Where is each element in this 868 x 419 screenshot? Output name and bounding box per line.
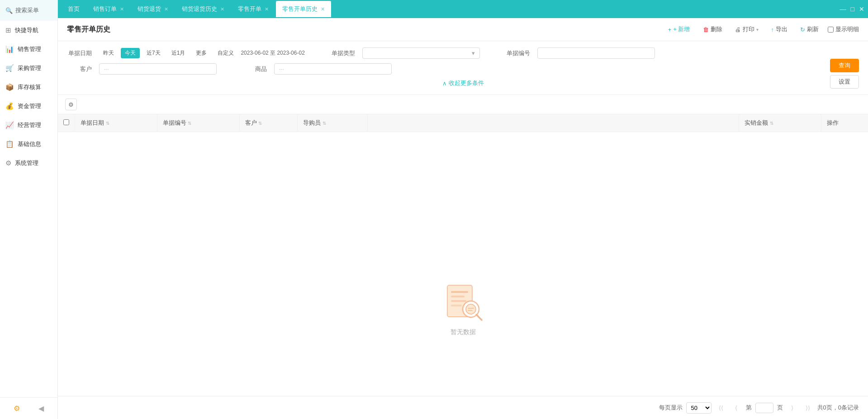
date-btn-more[interactable]: 更多 [192,48,211,58]
collapse-up-icon: ∧ [442,80,447,87]
pagination: 每页显示 50 10 20 100 ⟨⟨ ⟨ 第 1 页 ⟩ ⟩⟩ 共0页，0条… [58,396,868,419]
collapse-sidebar-icon[interactable]: ◀ [38,404,44,413]
content-header: 零售开单历史 + + 新增 🗑 删除 🖨 打印 ▾ ↑ 导出 ↻ 刷新 [58,18,868,41]
close-retail-open-history-icon[interactable]: ✕ [321,6,325,12]
table-header-row: 单据日期 ⇅ 单据编号 ⇅ 客户 ⇅ 导购员 ⇅ [58,114,868,132]
refresh-icon: ↻ [800,26,805,33]
show-detail-label: 显示明细 [835,25,859,33]
doc-type-select[interactable]: ▾ [362,47,480,59]
tab-home-label: 首页 [68,5,80,13]
svg-line-7 [476,315,482,320]
doc-type-dropdown-icon: ▾ [472,50,475,56]
close-button[interactable]: ✕ [859,5,864,13]
collapse-button[interactable]: ∧ 收起更多条件 [442,79,484,87]
collapse-row: ∧ 收起更多条件 [67,79,859,90]
tab-sales-order[interactable]: 销售订单 ✕ [87,1,130,17]
data-table: 单据日期 ⇅ 单据编号 ⇅ 客户 ⇅ 导购员 ⇅ [58,114,868,132]
empty-text: 暂无数据 [451,328,476,336]
inventory-icon: 📦 [5,83,14,91]
export-icon: ↑ [771,26,774,33]
date-btn-7days[interactable]: 近7天 [142,48,165,58]
show-detail-input[interactable] [828,27,834,33]
sidebar-item-sys-mgmt[interactable]: ⚙ 系统管理 [0,154,57,173]
sidebar-item-purchase-mgmt[interactable]: 🛒 采购管理 [0,59,57,78]
sidebar-item-quick-nav[interactable]: ⊞ 快捷导航 [0,21,57,40]
sidebar-item-sales-mgmt[interactable]: 📊 销售管理 [0,40,57,59]
svg-rect-1 [451,291,468,293]
empty-illustration [438,278,488,328]
main-content: 首页 销售订单 ✕ 销货退货 ✕ 销货退货历史 ✕ 零售开单 ✕ 零售开单历史 … [58,0,868,419]
th-salesperson: 导购员 ⇅ [298,114,368,132]
table-settings-button[interactable]: ⚙ [65,99,77,110]
page-title: 零售开单历史 [67,25,110,34]
tab-sales-order-label: 销售订单 [93,5,117,13]
settings-footer-icon[interactable]: ⚙ [14,404,20,413]
date-btn-today[interactable]: 今天 [121,48,140,58]
tab-sales-return-history-label: 销货退货历史 [182,5,217,13]
query-set-buttons: 查询 设置 [830,59,859,89]
sidebar-item-base-info[interactable]: 📋 基础信息 [0,135,57,154]
doc-type-label: 单据类型 [330,49,355,57]
date-btn-1month[interactable]: 近1月 [167,48,190,58]
tab-sales-return-history[interactable]: 销货退货历史 ✕ [175,1,231,17]
goods-label: 商品 [242,65,267,73]
toolbar: + + 新增 🗑 删除 🖨 打印 ▾ ↑ 导出 ↻ 刷新 显示 [664,24,859,35]
sidebar-item-inventory[interactable]: 📦 库存核算 [0,78,57,97]
set-button[interactable]: 设置 [830,75,859,89]
select-all-checkbox[interactable] [63,119,69,125]
th-customer: 客户 ⇅ [239,114,297,132]
minimize-button[interactable]: — [840,5,846,13]
customer-sort-icon[interactable]: ⇅ [258,121,262,126]
query-button[interactable]: 查询 [830,59,859,72]
salesperson-sort-icon[interactable]: ⇅ [323,121,326,126]
th-spacer [368,114,739,132]
settings-gear-icon: ⚙ [68,101,74,108]
collapse-label: 收起更多条件 [449,79,484,87]
amount-sort-icon[interactable]: ⇅ [770,121,773,126]
print-dropdown-icon: ▾ [756,27,759,32]
close-sales-order-icon[interactable]: ✕ [120,6,124,12]
window-controls: — □ ✕ [840,5,864,13]
sidebar-search[interactable]: 🔍 搜索采单 [0,0,57,21]
number-sort-icon[interactable]: ⇅ [188,121,191,126]
export-button[interactable]: ↑ 导出 [768,24,792,35]
maximize-button[interactable]: □ [851,5,854,13]
sidebar-search-label: 搜索采单 [15,6,39,14]
sales-icon: 📊 [5,45,14,53]
next-page-button[interactable]: ⟩ [787,402,798,414]
goods-input[interactable]: ··· [274,63,392,75]
sidebar-item-finance[interactable]: 💰 资金管理 [0,97,57,116]
tab-home[interactable]: 首页 [62,1,86,17]
delete-label: 删除 [711,25,722,33]
prev-page-button[interactable]: ⟨ [730,402,742,414]
tab-retail-open-history[interactable]: 零售开单历史 ✕ [276,1,331,17]
date-btn-custom[interactable]: 自定义 [213,48,238,58]
last-page-button[interactable]: ⟩⟩ [802,402,814,414]
total-label: 共0页，0条记录 [817,404,859,412]
tab-sales-return[interactable]: 销货退货 ✕ [131,1,175,17]
customer-input[interactable]: ··· [99,63,217,75]
date-sort-icon[interactable]: ⇅ [106,121,109,126]
print-button[interactable]: 🖨 打印 ▾ [731,24,762,35]
show-detail-checkbox[interactable]: 显示明细 [828,25,859,33]
table-container: 单据日期 ⇅ 单据编号 ⇅ 客户 ⇅ 导购员 ⇅ [58,114,868,219]
close-retail-open-icon[interactable]: ✕ [265,6,269,12]
per-page-select[interactable]: 50 10 20 100 [686,402,711,414]
th-number: 单据编号 ⇅ [157,114,239,132]
doc-num-input[interactable] [537,47,655,59]
page-number-input[interactable]: 1 [755,403,773,413]
sidebar-item-label: 销售管理 [18,45,41,53]
th-amount: 实销金额 ⇅ [739,114,821,132]
first-page-button[interactable]: ⟨⟨ [715,402,727,414]
page-label-after: 页 [777,404,783,412]
close-sales-return-icon[interactable]: ✕ [164,6,168,12]
refresh-button[interactable]: ↻ 刷新 [797,24,822,35]
sidebar-item-label: 库存核算 [18,83,41,91]
refresh-label: 刷新 [807,25,819,33]
date-btn-yesterday[interactable]: 昨天 [99,48,118,58]
sidebar-item-business[interactable]: 📈 经营管理 [0,116,57,135]
delete-button[interactable]: 🗑 删除 [699,24,726,35]
close-sales-return-history-icon[interactable]: ✕ [220,6,224,12]
tab-retail-open[interactable]: 零售开单 ✕ [232,1,275,17]
add-button[interactable]: + + 新增 [664,24,694,35]
